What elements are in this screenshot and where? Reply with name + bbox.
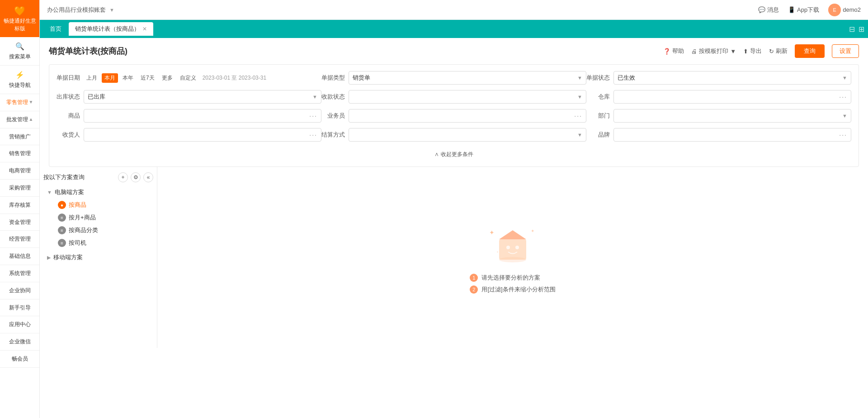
out-control[interactable]: 已出库 ▼ bbox=[84, 90, 321, 104]
tab-minimize-icon[interactable]: ⊟ bbox=[849, 25, 855, 33]
sidebar-item-sales[interactable]: 销售管理 bbox=[0, 145, 39, 162]
warehouse-control[interactable]: ··· bbox=[613, 90, 851, 104]
export-icon: ⬆ bbox=[743, 48, 748, 55]
sidebar-item-newuser[interactable]: 新手引导 bbox=[0, 299, 39, 317]
refresh-button[interactable]: ↻ 刷新 bbox=[769, 47, 788, 55]
date-tab-7days[interactable]: 近7天 bbox=[138, 73, 157, 83]
help-icon: ❓ bbox=[663, 48, 670, 55]
tab-home[interactable]: 首页 bbox=[43, 22, 68, 36]
template-print-button[interactable]: 🖨 按模板打印 ▼ bbox=[691, 47, 736, 55]
tree-item-by-goods[interactable]: ● 按商品 bbox=[54, 199, 153, 211]
warehouse-dots-icon[interactable]: ··· bbox=[839, 93, 847, 100]
date-tabs: 上月 本月 本年 近7天 更多 自定义 2023-03-01 至 2023-03… bbox=[84, 73, 266, 83]
brand-control[interactable]: ··· bbox=[613, 128, 851, 142]
date-tab-thismonth[interactable]: 本月 bbox=[102, 73, 118, 83]
brand-dots-icon[interactable]: ··· bbox=[839, 131, 847, 138]
page-title-bar: 销货单统计表(按商品) ❓ 帮助 🖨 按模板打印 ▼ ⬆ bbox=[49, 44, 859, 58]
goods-control[interactable]: ··· bbox=[84, 109, 321, 123]
query-button[interactable]: 查询 bbox=[795, 44, 825, 58]
sidebar-item-wechat[interactable]: 企业微信 bbox=[0, 333, 39, 351]
dept-control[interactable]: ▼ bbox=[613, 109, 851, 123]
tree-item-by-month-goods[interactable]: ≡ 按月+商品 bbox=[54, 211, 153, 224]
sidebar-item-search[interactable]: 🔍 搜索菜单 bbox=[0, 37, 39, 66]
ecommerce-label: 电商管理 bbox=[9, 167, 31, 175]
tab-report[interactable]: 销货单统计表（按商品） ✕ bbox=[69, 22, 153, 36]
date-tab-thisyear[interactable]: 本年 bbox=[120, 73, 136, 83]
tab-expand-icon[interactable]: ⊞ bbox=[859, 25, 864, 33]
add-scheme-button[interactable]: + bbox=[118, 172, 128, 182]
type-dropdown-icon: ▼ bbox=[577, 75, 582, 81]
tree-group-pc-label: 电脑端方案 bbox=[55, 188, 84, 196]
empty-hint-2: 2 用[过滤]条件来缩小分析范围 bbox=[470, 285, 555, 294]
brand-label: 品牌 bbox=[586, 131, 610, 139]
collapse-panel-button[interactable]: « bbox=[143, 172, 153, 182]
tree-group-mobile[interactable]: ▶ 移动端方案 bbox=[43, 251, 153, 264]
sidebar-item-system[interactable]: 系统管理 bbox=[0, 265, 39, 282]
breadcrumb: 办公用品行业模拟账套 ▼ bbox=[47, 6, 114, 14]
collapse-conditions-button[interactable]: ∧ 收起更多条件 bbox=[57, 147, 851, 160]
member-label: 畅会员 bbox=[12, 355, 28, 363]
date-range-text: 2023-03-01 至 2023-03-31 bbox=[203, 74, 266, 82]
sidebar-item-marketing[interactable]: 营销推广 bbox=[0, 128, 39, 146]
app-logo[interactable]: 🧡 畅捷通好生意 标版 bbox=[0, 0, 39, 37]
enterprise-label: 企业协同 bbox=[9, 287, 31, 294]
sidebar-item-purchase[interactable]: 采购管理 bbox=[0, 180, 39, 197]
dept-dropdown-icon: ▼ bbox=[842, 113, 847, 119]
salesman-dots-icon[interactable]: ··· bbox=[574, 112, 582, 119]
tree-item-month-goods-icon: ≡ bbox=[58, 214, 66, 222]
salesman-control[interactable]: ··· bbox=[349, 109, 586, 123]
filter-brand: 品牌 ··· bbox=[586, 128, 851, 142]
receipt-control[interactable]: ▼ bbox=[349, 90, 586, 104]
sales-label: 销售管理 bbox=[9, 150, 31, 157]
logo-icon: 🧡 bbox=[2, 5, 37, 17]
app-download-button[interactable]: 📱 App下载 bbox=[788, 6, 819, 14]
sidebar-item-operations[interactable]: 经营管理 bbox=[0, 231, 39, 248]
dept-label: 部门 bbox=[586, 112, 610, 120]
add-icon: + bbox=[121, 174, 124, 180]
tree-group-pc[interactable]: ▼ 电脑端方案 bbox=[43, 186, 153, 199]
newuser-label: 新手引导 bbox=[9, 304, 31, 312]
tree-item-by-category[interactable]: ≡ 按商品分类 bbox=[54, 224, 153, 237]
main-wrapper: 办公用品行业模拟账套 ▼ 💬 消息 📱 App下载 E demo2 首页 bbox=[40, 0, 868, 418]
left-panel-title: 按以下方案查询 bbox=[43, 173, 85, 181]
download-icon: 📱 bbox=[788, 6, 795, 13]
user-menu-button[interactable]: E demo2 bbox=[828, 4, 861, 16]
breadcrumb-dropdown-icon[interactable]: ▼ bbox=[109, 7, 114, 13]
tab-close-icon[interactable]: ✕ bbox=[142, 26, 147, 32]
tree-item-month-goods-label: 按月+商品 bbox=[69, 214, 96, 222]
wholesale-arrow-icon: ▲ bbox=[29, 116, 33, 123]
settle-control[interactable]: ▼ bbox=[349, 128, 586, 142]
recipient-dots-icon[interactable]: ··· bbox=[309, 131, 317, 138]
sidebar-item-quicknav[interactable]: ⚡ 快捷导航 bbox=[0, 66, 39, 94]
date-tab-lastmonth[interactable]: 上月 bbox=[84, 73, 100, 83]
date-tab-more[interactable]: 更多 bbox=[159, 73, 175, 83]
sidebar-item-appcenter[interactable]: 应用中心 bbox=[0, 316, 39, 333]
status-label: 单据状态 bbox=[586, 74, 610, 82]
tree-mobile-expand-icon: ▶ bbox=[47, 255, 51, 261]
recipient-control[interactable]: ··· bbox=[84, 128, 321, 142]
message-button[interactable]: 💬 消息 bbox=[758, 6, 779, 14]
panel-actions: + ⚙ « bbox=[118, 172, 153, 182]
help-button[interactable]: ❓ 帮助 bbox=[663, 47, 684, 55]
receipt-label: 收款状态 bbox=[321, 93, 345, 101]
tree-item-by-driver[interactable]: ≡ 按司机 bbox=[54, 237, 153, 249]
sidebar-item-basic[interactable]: 基础信息 bbox=[0, 248, 39, 265]
header-actions: 💬 消息 📱 App下载 E demo2 bbox=[758, 4, 861, 16]
sidebar-item-inventory[interactable]: 库存核算 bbox=[0, 197, 39, 214]
goods-dots-icon[interactable]: ··· bbox=[309, 112, 317, 119]
settings-button[interactable]: 设置 bbox=[832, 44, 859, 58]
sidebar-item-finance[interactable]: 资金管理 bbox=[0, 214, 39, 231]
sidebar-item-retail[interactable]: 零售管理 ▼ bbox=[0, 94, 39, 111]
page-body: 销货单统计表(按商品) ❓ 帮助 🖨 按模板打印 ▼ ⬆ bbox=[40, 38, 868, 418]
date-tab-custom[interactable]: 自定义 bbox=[177, 73, 199, 83]
sidebar-item-ecommerce[interactable]: 电商管理 bbox=[0, 162, 39, 180]
type-control[interactable]: 销货单 ▼ bbox=[349, 71, 586, 85]
finance-label: 资金管理 bbox=[9, 218, 31, 226]
sidebar-item-wholesale[interactable]: 批发管理 ▲ bbox=[0, 111, 39, 128]
status-control[interactable]: 已生效 ▼ bbox=[613, 71, 851, 85]
sidebar-item-member[interactable]: 畅会员 bbox=[0, 351, 39, 368]
settings-scheme-button[interactable]: ⚙ bbox=[131, 172, 141, 182]
sidebar-item-enterprise[interactable]: 企业协同 bbox=[0, 282, 39, 299]
export-button[interactable]: ⬆ 导出 bbox=[743, 47, 762, 55]
top-header: 办公用品行业模拟账套 ▼ 💬 消息 📱 App下载 E demo2 bbox=[40, 0, 868, 20]
